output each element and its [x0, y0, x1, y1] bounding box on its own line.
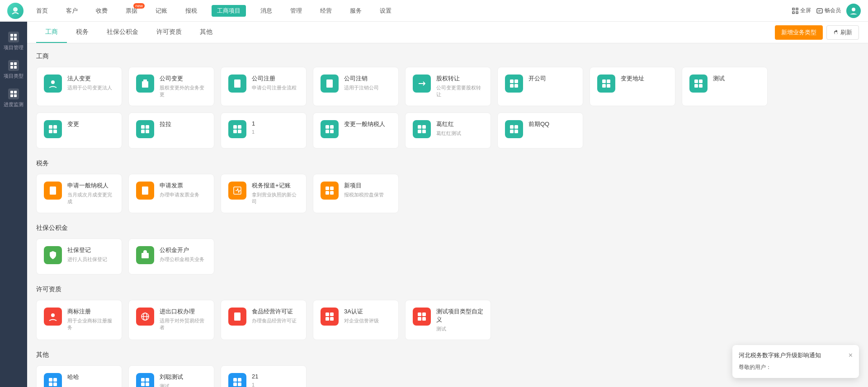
card-icon-2-0 [44, 246, 62, 264]
sidebar-item-project-management[interactable]: 项目管理 [0, 27, 27, 56]
nav-industry[interactable]: 工商项目 [212, 5, 246, 17]
svg-rect-37 [607, 84, 610, 88]
card-name: 21 [252, 373, 299, 380]
card-name: 变更 [67, 120, 114, 128]
tab-social-security[interactable]: 社保公积金 [98, 22, 147, 43]
list-item[interactable]: 法人变更适用于公司变更法人 [36, 67, 122, 106]
section-title-3: 许可资质 [36, 285, 859, 294]
list-item[interactable]: 公司注销适用于注销公司 [313, 67, 399, 106]
nav-operation[interactable]: 经营 [316, 5, 335, 17]
list-item[interactable]: 公司变更股权变更外的业务变更 [128, 67, 214, 106]
nav-customer[interactable]: 客户 [62, 5, 81, 17]
card-desc: 当月或次月成变更完成 [67, 191, 114, 205]
list-item[interactable]: 社保登记进行人员社保登记 [36, 238, 122, 275]
member-label: 畅会员 [825, 7, 841, 14]
section-title-0: 工商 [36, 52, 859, 61]
svg-rect-57 [330, 130, 334, 133]
svg-rect-3 [793, 12, 794, 14]
card-name: 测试 [713, 75, 760, 83]
member-btn[interactable]: 畅会员 [816, 7, 841, 14]
list-item[interactable]: 税务报道+记账拿到营业执照的新公司 [221, 174, 307, 213]
project-type-icon [8, 60, 19, 71]
refresh-button[interactable]: 刷新 [826, 25, 859, 40]
card-info-2-0: 社保登记进行人员社保登记 [67, 246, 114, 263]
list-item[interactable]: 刘聪测试测试 [128, 365, 214, 387]
svg-rect-78 [330, 191, 334, 195]
list-item[interactable]: 前期QQ [497, 112, 583, 149]
nav-home[interactable]: 首页 [33, 5, 52, 17]
card-icon-0-9 [136, 120, 154, 138]
card-icon-3-4 [413, 308, 431, 326]
svg-rect-105 [233, 378, 237, 382]
card-icon-2-1 [136, 246, 154, 264]
user-avatar[interactable] [846, 4, 861, 18]
nav-settings[interactable]: 设置 [376, 5, 395, 17]
nav-bookkeeping[interactable]: 记账 [152, 5, 171, 17]
list-item[interactable]: 新项目报税加税控盘保管 [313, 174, 399, 213]
card-name: 开公司 [528, 75, 576, 83]
svg-rect-100 [53, 382, 57, 386]
card-desc: 申请公司注册全流程 [252, 84, 299, 91]
notif-close-button[interactable]: × [849, 351, 853, 359]
svg-rect-58 [418, 125, 421, 129]
logo [7, 3, 24, 19]
sidebar-item-project-type[interactable]: 项目类型 [0, 56, 27, 84]
add-business-type-button[interactable]: 新增业务类型 [775, 25, 823, 40]
cards-grid-3: 商标注册用于企业商标注册服务进出口权办理适用于对外贸易经营者食品经营许可证办理食… [36, 300, 859, 340]
svg-rect-11 [10, 62, 13, 65]
list-item[interactable]: 开公司 [497, 67, 583, 106]
sidebar-item-progress-monitor[interactable]: 进度监测 [0, 84, 27, 112]
tab-permit[interactable]: 许可资质 [147, 22, 191, 43]
svg-point-80 [144, 255, 146, 257]
list-item[interactable]: 食品经营许可证办理食品经营许可证 [221, 300, 307, 340]
fullscreen-btn[interactable]: 全屏 [792, 7, 811, 14]
svg-rect-103 [141, 382, 145, 386]
list-item[interactable]: 变更一般纳税人 [313, 112, 399, 149]
list-item[interactable]: 11 [221, 112, 307, 149]
tab-actions: 新增业务类型 刷新 [775, 25, 859, 40]
list-item[interactable]: 股权转让公司变更需要股权转让 [405, 67, 491, 106]
card-name: 法人变更 [67, 75, 114, 83]
nav-service[interactable]: 服务 [346, 5, 365, 17]
card-icon-0-2 [228, 75, 246, 93]
list-item[interactable]: 测试项目类型自定义测试 [405, 300, 491, 340]
card-info-3-1: 进出口权办理适用于对外贸易经营者 [160, 308, 207, 331]
cards-grid-0: 法人变更适用于公司变更法人公司变更股权变更外的业务变更公司注册申请公司注册全流程… [36, 67, 859, 149]
tab-tax[interactable]: 税务 [67, 22, 98, 43]
svg-rect-16 [14, 91, 17, 93]
card-name: 申请一般纳税人 [67, 182, 114, 190]
nav-tax[interactable]: 报税 [182, 5, 201, 17]
list-item[interactable]: 测试 [682, 67, 768, 106]
list-item[interactable]: 商标注册用于企业商标注册服务 [36, 300, 122, 340]
list-item[interactable]: 申请一般纳税人当月或次月成变更完成 [36, 174, 122, 213]
card-desc: 对企业信誉评级 [344, 317, 391, 324]
nav-tickets[interactable]: 票据 new [122, 5, 141, 17]
list-item[interactable]: 葛红红葛红红测试 [405, 112, 491, 149]
svg-rect-99 [49, 382, 52, 386]
card-info-1-0: 申请一般纳税人当月或次月成变更完成 [67, 182, 114, 205]
tab-industry-commerce[interactable]: 工商 [36, 22, 67, 43]
card-info-3-0: 商标注册用于企业商标注册服务 [67, 308, 114, 331]
list-item[interactable]: 变更地址 [590, 67, 675, 106]
member-icon [816, 8, 823, 14]
nav-messages[interactable]: 消息 [257, 5, 276, 17]
list-item[interactable]: 拉拉 [128, 112, 214, 149]
list-item[interactable]: 进出口权办理适用于对外贸易经营者 [128, 300, 214, 340]
list-item[interactable]: 公积金开户办理公积金相关业务 [128, 238, 214, 275]
nav-manage[interactable]: 管理 [287, 5, 306, 17]
svg-rect-94 [422, 312, 426, 316]
card-info-2-1: 公积金开户办理公积金相关业务 [160, 246, 207, 263]
list-item[interactable]: 3A认证对企业信誉评级 [313, 300, 399, 340]
nav-billing[interactable]: 收费 [92, 5, 111, 17]
section-2: 社保公积金社保登记进行人员社保登记公积金开户办理公积金相关业务 [36, 224, 859, 275]
svg-point-0 [13, 7, 18, 12]
card-info-0-10: 11 [252, 120, 299, 135]
list-item[interactable]: 公司注册申请公司注册全流程 [221, 67, 307, 106]
tab-other[interactable]: 其他 [191, 22, 222, 43]
list-item[interactable]: 申请发票办理申请发票业务 [128, 174, 214, 213]
list-item[interactable]: 211 [221, 365, 307, 387]
list-item[interactable]: 变更 [36, 112, 122, 149]
card-icon-1-0 [44, 182, 62, 200]
list-item[interactable]: 哈哈 [36, 365, 122, 387]
svg-rect-9 [10, 37, 13, 40]
